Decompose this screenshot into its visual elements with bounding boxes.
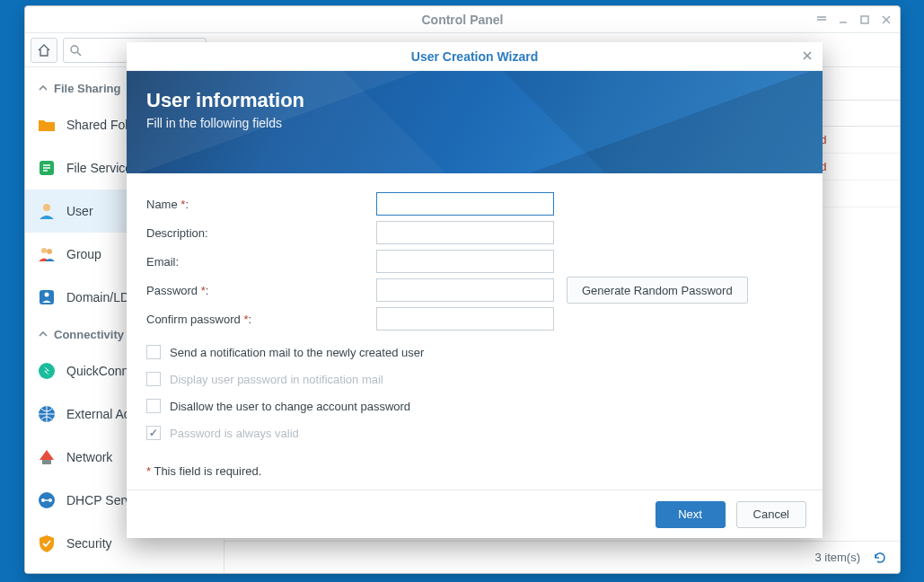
check-label: Password is always valid <box>170 427 299 440</box>
svg-point-8 <box>39 363 55 379</box>
password-field[interactable] <box>376 278 554 302</box>
menu-icon[interactable] <box>812 10 832 30</box>
close-icon <box>801 49 814 62</box>
item-count: 3 item(s) <box>814 551 860 564</box>
label-email: Email: <box>146 255 376 269</box>
refresh-button[interactable] <box>871 549 889 567</box>
shield-icon <box>36 533 57 554</box>
minimize-icon[interactable] <box>833 10 853 30</box>
svg-rect-0 <box>861 16 868 23</box>
svg-point-7 <box>45 293 49 297</box>
window-controls <box>812 6 896 33</box>
check-label: Display user password in notification ma… <box>170 373 383 386</box>
next-button[interactable]: Next <box>656 501 726 528</box>
required-note: * This field is required. <box>146 464 803 478</box>
confirm-password-field[interactable] <box>376 307 554 331</box>
refresh-icon <box>873 551 887 565</box>
cancel-button[interactable]: Cancel <box>736 501 806 528</box>
network-icon <box>36 446 57 468</box>
titlebar: Control Panel <box>25 6 900 33</box>
dialog-subheading: Fill in the following fields <box>146 116 803 130</box>
label-confirm-password: Confirm password *: <box>146 313 376 326</box>
sidebar-item-label: Group <box>66 247 101 261</box>
name-field[interactable] <box>376 192 554 216</box>
label-description: Description: <box>146 226 376 240</box>
globe-icon <box>36 403 57 425</box>
group-icon <box>36 243 57 265</box>
quickconnect-icon <box>36 360 57 382</box>
user-icon <box>36 200 57 222</box>
dialog-close-button[interactable] <box>797 46 817 66</box>
window-title: Control Panel <box>421 13 503 27</box>
group-label: Connectivity <box>54 328 124 341</box>
dhcp-icon <box>36 489 57 511</box>
svg-point-4 <box>41 248 47 253</box>
domain-icon <box>36 287 57 308</box>
label-password: Password *: <box>146 284 376 297</box>
check-notify[interactable]: Send a notification mail to the newly cr… <box>146 339 803 366</box>
svg-point-5 <box>47 249 52 254</box>
check-label: Disallow the user to change account pass… <box>170 400 410 413</box>
email-field[interactable] <box>376 250 554 273</box>
description-field[interactable] <box>376 221 554 244</box>
checkbox-icon <box>146 372 161 386</box>
generate-password-button[interactable]: Generate Random Password <box>567 277 748 304</box>
checkbox-icon[interactable] <box>146 399 161 413</box>
checkbox-checked-icon <box>146 426 161 440</box>
svg-point-13 <box>48 498 52 502</box>
svg-point-12 <box>41 498 45 502</box>
home-button[interactable] <box>31 38 57 63</box>
dialog-titlebar: User Creation Wizard <box>127 42 823 71</box>
svg-point-3 <box>43 204 50 211</box>
dialog-title: User Creation Wizard <box>411 49 538 64</box>
status-bar: 3 item(s) <box>224 541 900 573</box>
check-label: Send a notification mail to the newly cr… <box>170 346 424 359</box>
dialog-footer: Next Cancel <box>127 489 823 538</box>
group-label: File Sharing <box>54 82 120 95</box>
dialog-heading: User information <box>146 89 803 112</box>
close-icon[interactable] <box>876 10 896 30</box>
dialog-banner: User information Fill in the following f… <box>127 71 823 173</box>
sidebar-item-label: Security <box>66 536 112 551</box>
svg-point-1 <box>71 46 78 53</box>
sidebar-item-label: User <box>66 204 93 218</box>
check-display-password: Display user password in notification ma… <box>146 366 803 392</box>
check-always-valid: Password is always valid <box>146 419 803 446</box>
chevron-up-icon <box>38 329 48 340</box>
svg-rect-10 <box>42 460 51 464</box>
label-name: Name *: <box>146 198 376 211</box>
check-disallow-change[interactable]: Disallow the user to change account pass… <box>146 392 803 419</box>
folder-icon <box>36 114 57 136</box>
maximize-icon[interactable] <box>855 10 875 30</box>
user-creation-wizard-dialog: User Creation Wizard User information Fi… <box>127 42 823 538</box>
sidebar-item-label: Network <box>66 450 112 464</box>
search-icon <box>69 44 82 57</box>
dialog-body: Name *: Description: Email: Password *: … <box>127 173 823 489</box>
file-services-icon <box>36 157 57 179</box>
chevron-up-icon <box>38 83 48 93</box>
checkbox-icon[interactable] <box>146 345 161 359</box>
